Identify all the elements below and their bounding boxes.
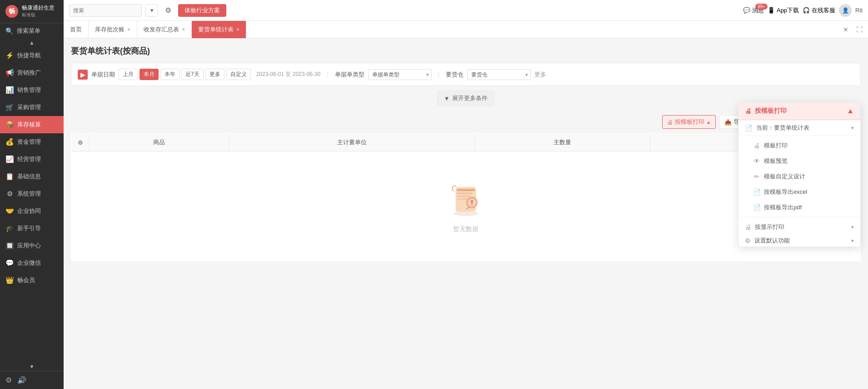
global-search-input[interactable] [69,4,142,17]
page-body: 要货单统计表(按商品) ▶ 单据日期 上月 本月 本年 近7天 更多 自定义 2… [64,38,868,389]
operations-icon: 📈 [5,155,14,163]
message-badge: 99+ [755,4,768,10]
sidebar-item-wechat[interactable]: 💬 企业微信 [0,254,64,272]
type-select[interactable]: 单据单类型 全部 要货单 [368,69,432,80]
print-template-btn[interactable]: 🖨 按模板打印 ▲ [662,115,716,129]
audio-icon[interactable]: 🔊 [17,376,26,384]
col-settings[interactable]: ⚙ [71,134,90,152]
sidebar-search[interactable]: 🔍 搜索菜单 [0,23,64,39]
header-gear-btn[interactable]: ⚙ [162,4,175,17]
filter-toggle-btn[interactable]: ▶ [78,70,88,80]
cost-select-wrap: 要货仓 [467,69,531,80]
type-filter-label: 单据单类型 [335,71,364,79]
tab-collect-close[interactable]: × [182,27,185,32]
divider-1 [738,136,860,136]
sidebar-item-finance[interactable]: 💰 资金管理 [0,133,64,151]
service-label: 在线客服 [812,6,835,15]
newbie-icon: 🎓 [5,224,14,232]
sidebar-item-sales[interactable]: 📊 销售管理 [0,81,64,99]
template-print-label: 模板打印 [764,141,788,150]
divider-2 [738,217,860,217]
tab-order-stats[interactable]: 要货单统计表 × [192,21,246,38]
display-print-section[interactable]: 🖨 按显示打印 ▾ [738,219,860,233]
sidebar-nav: ⚡ 快捷导航 📢 营销推广 📊 销售管理 🛒 采购管理 📦 库存核算 💰 资金管… [0,47,64,363]
sidebar-item-quick-nav[interactable]: ⚡ 快捷导航 [0,47,64,64]
inventory-icon: 📦 [5,121,14,129]
template-preview-item[interactable]: 👁 模板预览 [738,153,860,169]
print-dropdown-close-btn[interactable]: ▲ [847,107,854,115]
template-pdf-label: 按模板导出pdf [764,203,802,212]
trial-btn[interactable]: 体验行业方案 [178,4,226,17]
sidebar-item-member[interactable]: 👑 畅会员 [0,272,64,289]
print-dropdown-title: 🖨 按模板打印 [745,107,787,115]
sidebar: 畅 畅康通好生意 标准版 🔍 搜索菜单 ▲ ⚡ 快捷导航 📢 营销推广 📊 销售… [0,0,64,389]
message-btn[interactable]: 💬 消息 99+ [743,6,764,15]
app-download-btn[interactable]: 📱 App下载 [768,6,799,15]
print-btn-label: 按模板打印 [675,118,704,126]
print-icon: 🖨 [667,119,673,126]
template-pdf-item[interactable]: 📄 按模板导出pdf [738,200,860,215]
default-func-section[interactable]: ⚙ 设置默认功能 ▾ [738,233,860,247]
col-quantity: 主数量 [475,134,650,152]
expand-tab-btn[interactable]: ⛶ [854,25,864,35]
tab-batch-label: 库存批次账 [95,25,125,34]
sidebar-item-basic[interactable]: 📋 基础信息 [0,168,64,185]
top-header: ▾ ⚙ 体验行业方案 💬 消息 99+ 📱 App下载 🎧 在线客服 👤 Rit [64,0,868,21]
date-btn-this-year[interactable]: 本年 [160,69,180,80]
tab-batch-account[interactable]: 库存批次账 × [89,21,137,38]
sidebar-item-label: 系统管理 [17,190,41,198]
sidebar-item-enterprise[interactable]: 🤝 企业协同 [0,202,64,220]
filter-more-btn[interactable]: 更多 [534,71,546,79]
svg-rect-3 [457,193,472,194]
username[interactable]: Rit [855,7,863,14]
date-btn-more[interactable]: 更多 [205,69,224,80]
template-design-item[interactable]: ✏ 模板自定义设计 [738,169,860,184]
purchase-icon: 🛒 [5,103,14,111]
template-preview-icon: 👁 [753,157,760,165]
svg-point-0 [454,211,478,216]
tab-batch-close[interactable]: × [127,27,130,32]
type-select-wrap: 单据单类型 全部 要货单 [368,69,432,80]
date-btn-7days[interactable]: 近7天 [181,69,204,80]
template-excel-item[interactable]: 📄 按模板导出excel [738,184,860,200]
enterprise-icon: 🤝 [5,207,14,215]
sidebar-item-system[interactable]: ⚙ 系统管理 [0,185,64,202]
scroll-down-btn[interactable]: ▼ [0,363,64,371]
sidebar-item-marketing[interactable]: 📢 营销推广 [0,64,64,81]
sidebar-item-apps[interactable]: 🔲 应用中心 [0,237,64,254]
svg-rect-2 [457,189,475,192]
date-filter-label: 单据日期 [91,71,115,79]
logo-icon: 畅 [5,5,18,18]
template-print-item[interactable]: 🖨 模板打印 [738,138,860,153]
scroll-up-btn[interactable]: ▲ [0,39,64,47]
tab-order-close[interactable]: × [236,27,239,32]
print-dropdown: 🖨 按模板打印 ▲ 📄 当前：要货单统计表 ▾ 🖨 模板打印 👁 [738,102,861,247]
tab-home[interactable]: 首页 [64,21,89,38]
finance-icon: 💰 [5,138,14,146]
sidebar-item-purchase[interactable]: 🛒 采购管理 [0,99,64,116]
sidebar-item-newbie[interactable]: 🎓 新手引导 [0,220,64,237]
sidebar-item-operations[interactable]: 📈 经营管理 [0,151,64,168]
cost-select[interactable]: 要货仓 [467,69,531,80]
col-product: 商品 [90,134,229,152]
date-btn-last-month[interactable]: 上月 [119,69,138,80]
tab-home-label: 首页 [70,25,82,34]
user-avatar[interactable]: 👤 [839,4,852,17]
app-name: 畅康通好生意 [22,5,55,12]
settings-icon[interactable]: ⚙ [5,376,12,384]
sidebar-item-inventory[interactable]: 📦 库存核算 [0,116,64,133]
current-template-label: 当前：要货单统计表 [756,124,809,132]
expand-conditions-btn[interactable]: ▼ 展开更多条件 [437,91,495,106]
search-dropdown-btn[interactable]: ▾ [145,4,158,17]
tab-collect-label: 收发存汇总表 [144,25,179,34]
online-service-btn[interactable]: 🎧 在线客服 [803,6,835,15]
tab-collect-summary[interactable]: 收发存汇总表 × [137,21,192,38]
date-btn-custom[interactable]: 自定义 [226,69,251,80]
default-func-label: 设置默认功能 [754,237,790,245]
print-chevron-up-icon: ▲ [706,120,711,125]
empty-text: 暂无数据 [453,225,479,233]
current-template-section[interactable]: 📄 当前：要货单统计表 ▾ [738,120,860,134]
date-btn-this-month[interactable]: 本月 [140,69,159,80]
main-content: ▾ ⚙ 体验行业方案 💬 消息 99+ 📱 App下载 🎧 在线客服 👤 Rit… [64,0,868,389]
close-tab-btn[interactable]: ✕ [841,25,851,35]
